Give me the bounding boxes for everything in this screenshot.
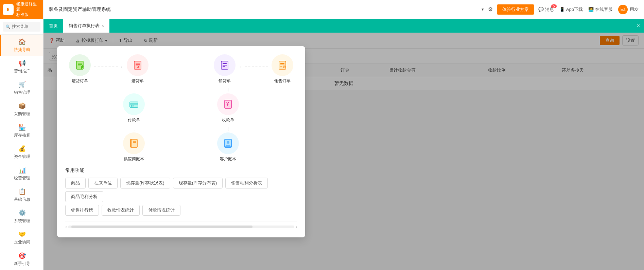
sidebar-item-inventory[interactable]: 🏪 库存核算 bbox=[0, 120, 43, 142]
messages-badge: 5 bbox=[551, 4, 557, 8]
sidebar-item-enterprise[interactable]: 🤝 企业协同 bbox=[0, 227, 43, 249]
enterprise-icon: 🤝 bbox=[18, 231, 26, 238]
flow-item-customer-ledger: 客户账本 bbox=[212, 132, 244, 162]
tab-close-icon[interactable]: × bbox=[102, 23, 104, 28]
function-buttons-row2: 销售排行榜 收款情况统计 付款情况统计 bbox=[65, 205, 297, 216]
sidebar-nav: 🏠 快捷导航 📢 营销推广 🛒 销售管理 📦 采购管理 🏪 库存核算 💰 bbox=[0, 35, 43, 270]
messages-button[interactable]: 💬 消息 5 bbox=[538, 6, 554, 13]
flow-row5: 供应商账本 客户账本 bbox=[65, 132, 297, 162]
system-icon: ⚙️ bbox=[18, 209, 26, 217]
flow-item-sales-order: $ 销售订单 bbox=[268, 54, 297, 84]
function-buttons: 商品 往来单位 现存量(库存状况表) 现存量(库存分布表) 销售毛利分析表 商品… bbox=[65, 178, 297, 202]
receipt-icon[interactable]: ¥ bbox=[217, 93, 239, 115]
sidebar-item-sales[interactable]: 🛒 销售管理 bbox=[0, 77, 43, 99]
marketing-icon: 📢 bbox=[18, 59, 26, 67]
sidebar: 6 畅康通好生意 标准版 🔍 快捷导航 yyyy-mm-dd 搜索菜单 🏠 快捷… bbox=[0, 0, 43, 270]
func-btn-sales-profit[interactable]: 销售毛利分析表 bbox=[225, 178, 268, 188]
purchase-bill-icon[interactable] bbox=[127, 54, 149, 76]
svg-rect-33 bbox=[130, 139, 132, 147]
topbar: 装备及固定资产辅助管理系统 ▾ ⚙ 体验行业方案 💬 消息 5 📱 App下载 … bbox=[43, 0, 644, 19]
flow-row3: ¥ 付款单 ¥ 收款单 bbox=[65, 93, 297, 123]
home-icon: 🏠 bbox=[18, 38, 26, 46]
purchase-icon: 📦 bbox=[18, 102, 26, 110]
sales-order-icon[interactable]: $ bbox=[272, 54, 293, 76]
main-content: 装备及固定资产辅助管理系统 ▾ ⚙ 体验行业方案 💬 消息 5 📱 App下载 … bbox=[43, 0, 644, 270]
tab-sales-order-exec[interactable]: 销售订单执行表 × bbox=[63, 19, 109, 33]
flow-row2-arrows: ↓ ↓ bbox=[65, 87, 297, 93]
sidebar-item-quick[interactable]: 🏠 快捷导航 bbox=[0, 35, 43, 56]
svg-text:¥: ¥ bbox=[226, 101, 229, 107]
func-btn-stock-status[interactable]: 现存量(库存状况表) bbox=[120, 178, 170, 188]
receipt-label: 收款单 bbox=[222, 117, 234, 123]
supplier-ledger-label: 供应商账本 bbox=[124, 156, 144, 162]
service-icon: 👩‍💻 bbox=[588, 7, 594, 12]
func-btn-goods-profit[interactable]: 商品毛利分析 bbox=[65, 191, 103, 202]
sidebar-item-label: 快捷导航 bbox=[14, 47, 30, 53]
basic-icon: 📋 bbox=[18, 188, 26, 195]
topbar-right: 💬 消息 5 📱 App下载 👩‍💻 在线客服 Ea 用友 bbox=[538, 5, 639, 14]
flow-row4-arrows: ↓ ↓ bbox=[65, 126, 297, 132]
common-functions-title: 常用功能 bbox=[65, 167, 297, 174]
sidebar-item-purchase[interactable]: 📦 采购管理 bbox=[0, 99, 43, 120]
system-title: 装备及固定资产辅助管理系统 bbox=[49, 6, 477, 13]
sidebar-item-label: 资金管理 bbox=[14, 154, 30, 160]
tabbar: 首页 销售订单执行表 × × bbox=[43, 19, 644, 33]
func-btn-payment-stat[interactable]: 付款情况统计 bbox=[142, 205, 180, 216]
func-btn-sales-rank[interactable]: 销售排行榜 bbox=[65, 205, 99, 216]
logo-icon: 6 bbox=[3, 4, 14, 15]
sidebar-item-system[interactable]: ⚙️ 系统管理 bbox=[0, 206, 43, 227]
func-btn-stock-dist[interactable]: 现存量(库存分布表) bbox=[173, 178, 223, 188]
search-icon: 🔍 bbox=[5, 24, 11, 29]
online-service-button[interactable]: 👩‍💻 在线客服 bbox=[588, 6, 613, 13]
scroll-right-arrow[interactable]: › bbox=[296, 224, 297, 229]
sidebar-item-operations[interactable]: 📊 经营管理 bbox=[0, 163, 43, 184]
flow-item-supplier-ledger: 供应商账本 bbox=[118, 132, 150, 162]
purchase-order-icon[interactable] bbox=[69, 54, 91, 76]
tab-home-label: 首页 bbox=[49, 23, 58, 29]
scroll-track[interactable] bbox=[68, 226, 294, 228]
sidebar-item-label: 经营管理 bbox=[14, 175, 30, 181]
func-btn-receipt-stat[interactable]: 收款情况统计 bbox=[102, 205, 140, 216]
message-icon: 💬 bbox=[538, 7, 544, 12]
svg-point-25 bbox=[131, 105, 133, 107]
common-functions-section: 常用功能 商品 往来单位 现存量(库存状况表) 现存量(库存分布表) 销售毛利分… bbox=[65, 167, 297, 216]
sales-icon: 🛒 bbox=[18, 81, 26, 88]
modal-scrollbar: ‹ › bbox=[65, 221, 297, 229]
user-menu[interactable]: Ea 用友 bbox=[618, 5, 639, 14]
search-menu-button[interactable]: 🔍 快捷导航 yyyy-mm-dd 搜索菜单 bbox=[3, 22, 40, 32]
sales-bill-icon[interactable] bbox=[214, 54, 236, 76]
scroll-left-arrow[interactable]: ‹ bbox=[65, 224, 67, 229]
tab-sales-order-exec-label: 销售订单执行表 bbox=[69, 23, 100, 29]
sidebar-item-basic[interactable]: 📋 基础信息 bbox=[0, 184, 43, 206]
sidebar-item-guide[interactable]: 🎯 新手引导 bbox=[0, 249, 43, 270]
username: 用友 bbox=[630, 6, 639, 13]
system-dropdown[interactable]: ▾ bbox=[482, 7, 484, 12]
operations-icon: 📊 bbox=[18, 166, 26, 174]
quick-nav-modal: 进货订单 → 进货单 bbox=[57, 46, 305, 237]
customer-ledger-icon[interactable] bbox=[217, 132, 239, 154]
settings-icon[interactable]: ⚙ bbox=[488, 6, 493, 13]
svg-rect-17 bbox=[280, 63, 284, 64]
svg-rect-5 bbox=[134, 61, 141, 69]
scroll-thumb[interactable] bbox=[71, 226, 252, 228]
sidebar-item-label: 营销推广 bbox=[14, 68, 30, 74]
sidebar-item-finance[interactable]: 💰 资金管理 bbox=[0, 142, 43, 163]
app-download-button[interactable]: 📱 App下载 bbox=[559, 6, 583, 13]
sidebar-item-label: 企业协同 bbox=[14, 239, 30, 245]
sales-order-label: 销售订单 bbox=[274, 78, 291, 84]
func-btn-partner[interactable]: 往来单位 bbox=[88, 178, 118, 188]
chevron-down-icon: ▾ bbox=[482, 7, 484, 12]
close-all-tabs-button[interactable]: × bbox=[633, 23, 644, 29]
flow-item-purchase-bill: 进货单 bbox=[123, 54, 152, 84]
payment-icon[interactable]: ¥ bbox=[123, 93, 145, 115]
flow-item-purchase-order: 进货订单 bbox=[65, 54, 94, 84]
sidebar-item-marketing[interactable]: 📢 营销推广 bbox=[0, 56, 43, 77]
finance-icon: 💰 bbox=[18, 145, 26, 152]
supplier-ledger-icon[interactable] bbox=[123, 132, 145, 154]
func-btn-goods[interactable]: 商品 bbox=[65, 178, 86, 188]
arrow-purchase-order-to-bill: → bbox=[94, 64, 123, 70]
svg-rect-12 bbox=[223, 63, 227, 64]
tab-home[interactable]: 首页 bbox=[43, 19, 63, 33]
trial-button[interactable]: 体验行业方案 bbox=[497, 4, 534, 15]
guide-icon: 🎯 bbox=[18, 252, 26, 259]
